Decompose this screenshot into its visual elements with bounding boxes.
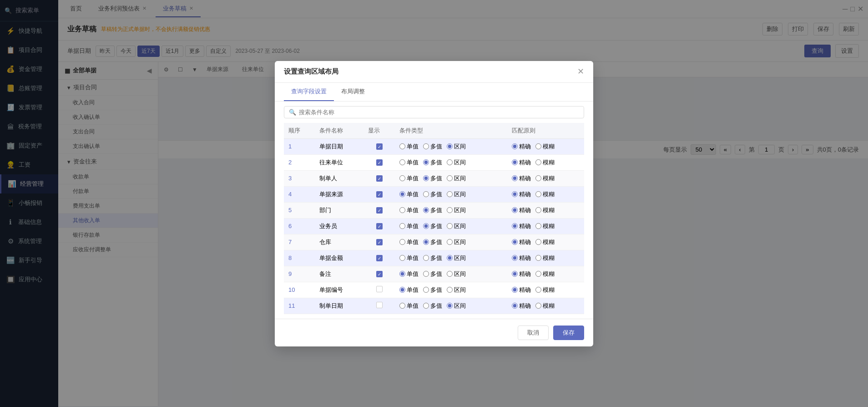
- cell-show[interactable]: [363, 138, 394, 154]
- th-order: 顺序: [284, 123, 315, 139]
- type-range[interactable]: 区间: [447, 206, 466, 214]
- match-fuzzy[interactable]: 模糊: [535, 270, 555, 278]
- dialog-title: 设置查询区域布局: [284, 67, 338, 76]
- type-multi[interactable]: 多值: [423, 238, 442, 246]
- show-checkbox[interactable]: [376, 302, 383, 308]
- type-multi[interactable]: 多值: [423, 174, 442, 183]
- cell-show[interactable]: [363, 282, 394, 298]
- show-checkbox[interactable]: [376, 175, 383, 182]
- type-single[interactable]: 单值: [399, 206, 419, 214]
- dialog: 设置查询区域布局 ✕ 查询字段设置 布局调整 🔍: [275, 61, 593, 346]
- show-checkbox[interactable]: [376, 271, 383, 277]
- type-single[interactable]: 单值: [399, 238, 419, 246]
- cell-show[interactable]: [363, 298, 394, 314]
- type-multi[interactable]: 多值: [423, 206, 442, 214]
- cell-show[interactable]: [363, 250, 394, 266]
- type-range[interactable]: 区间: [447, 158, 466, 167]
- type-range[interactable]: 区间: [447, 286, 466, 294]
- type-single[interactable]: 单值: [399, 286, 419, 294]
- dialog-close-btn[interactable]: ✕: [577, 67, 584, 76]
- dialog-footer: 取消 保存: [275, 319, 593, 346]
- type-range[interactable]: 区间: [447, 270, 466, 278]
- match-exact[interactable]: 精确: [512, 222, 531, 230]
- match-exact[interactable]: 精确: [512, 206, 531, 214]
- cell-show[interactable]: [363, 266, 394, 282]
- cell-show[interactable]: [363, 170, 394, 186]
- cell-show[interactable]: [363, 202, 394, 218]
- type-multi[interactable]: 多值: [423, 190, 442, 198]
- show-checkbox[interactable]: [376, 159, 383, 166]
- cell-name: 单据日期: [315, 138, 363, 154]
- match-exact[interactable]: 精确: [512, 174, 531, 183]
- type-range[interactable]: 区间: [447, 302, 466, 310]
- match-fuzzy[interactable]: 模糊: [535, 142, 555, 151]
- type-range[interactable]: 区间: [447, 254, 466, 262]
- cell-show[interactable]: [363, 186, 394, 202]
- th-name: 条件名称: [315, 123, 363, 139]
- type-single[interactable]: 单值: [399, 222, 419, 230]
- type-multi[interactable]: 多值: [423, 142, 442, 151]
- match-fuzzy[interactable]: 模糊: [535, 302, 555, 310]
- type-multi[interactable]: 多值: [423, 286, 442, 294]
- cell-match: 精确 模糊: [507, 170, 584, 186]
- type-multi[interactable]: 多值: [423, 222, 442, 230]
- type-radio-group: 单值 多值 区间: [399, 190, 503, 198]
- type-multi[interactable]: 多值: [423, 158, 442, 167]
- cancel-btn[interactable]: 取消: [518, 326, 549, 340]
- match-exact[interactable]: 精确: [512, 302, 531, 310]
- match-fuzzy[interactable]: 模糊: [535, 254, 555, 262]
- match-exact[interactable]: 精确: [512, 142, 531, 151]
- cell-match: 精确 模糊: [507, 202, 584, 218]
- type-single[interactable]: 单值: [399, 270, 419, 278]
- show-checkbox[interactable]: [376, 223, 383, 229]
- type-single[interactable]: 单值: [399, 158, 419, 167]
- match-fuzzy[interactable]: 模糊: [535, 206, 555, 214]
- type-multi[interactable]: 多值: [423, 302, 442, 310]
- match-exact[interactable]: 精确: [512, 254, 531, 262]
- type-single[interactable]: 单值: [399, 190, 419, 198]
- table-row: 6 业务员 单值 多值 区间 精确 模糊: [284, 218, 584, 234]
- match-fuzzy[interactable]: 模糊: [535, 174, 555, 183]
- type-single[interactable]: 单值: [399, 302, 419, 310]
- match-exact[interactable]: 精确: [512, 158, 531, 167]
- show-checkbox[interactable]: [376, 255, 383, 261]
- save-dialog-btn[interactable]: 保存: [553, 326, 584, 340]
- match-fuzzy[interactable]: 模糊: [535, 158, 555, 167]
- type-radio-group: 单值 多值 区间: [399, 174, 503, 183]
- match-exact[interactable]: 精确: [512, 286, 531, 294]
- match-exact[interactable]: 精确: [512, 190, 531, 198]
- cell-show[interactable]: [363, 218, 394, 234]
- show-checkbox[interactable]: [376, 143, 383, 150]
- cell-type: 单值 多值 区间: [395, 250, 507, 266]
- match-fuzzy[interactable]: 模糊: [535, 222, 555, 230]
- dialog-tab-layout[interactable]: 布局调整: [334, 83, 372, 101]
- match-exact[interactable]: 精确: [512, 238, 531, 246]
- show-checkbox[interactable]: [376, 191, 383, 198]
- match-fuzzy[interactable]: 模糊: [535, 238, 555, 246]
- show-checkbox[interactable]: [376, 207, 383, 214]
- dialog-search-input[interactable]: [299, 109, 579, 116]
- type-single[interactable]: 单值: [399, 142, 419, 151]
- type-multi[interactable]: 多值: [423, 270, 442, 278]
- cell-match: 精确 模糊: [507, 266, 584, 282]
- match-fuzzy[interactable]: 模糊: [535, 286, 555, 294]
- match-exact[interactable]: 精确: [512, 270, 531, 278]
- cell-show[interactable]: [363, 234, 394, 250]
- type-multi[interactable]: 多值: [423, 254, 442, 262]
- cell-type: 单值 多值 区间: [395, 234, 507, 250]
- dialog-tab-query-fields[interactable]: 查询字段设置: [284, 83, 334, 101]
- type-range[interactable]: 区间: [447, 238, 466, 246]
- type-range[interactable]: 区间: [447, 222, 466, 230]
- table-row: 10 单据编号 单值 多值 区间 精确 模糊: [284, 282, 584, 298]
- type-range[interactable]: 区间: [447, 142, 466, 151]
- cell-match: 精确 模糊: [507, 218, 584, 234]
- cell-show[interactable]: [363, 154, 394, 170]
- type-range[interactable]: 区间: [447, 174, 466, 183]
- type-range[interactable]: 区间: [447, 190, 466, 198]
- type-single[interactable]: 单值: [399, 254, 419, 262]
- show-checkbox[interactable]: [376, 239, 383, 245]
- match-fuzzy[interactable]: 模糊: [535, 190, 555, 198]
- type-single[interactable]: 单值: [399, 174, 419, 183]
- table-row: 8 单据金额 单值 多值 区间 精确 模糊: [284, 250, 584, 266]
- show-checkbox[interactable]: [376, 286, 383, 292]
